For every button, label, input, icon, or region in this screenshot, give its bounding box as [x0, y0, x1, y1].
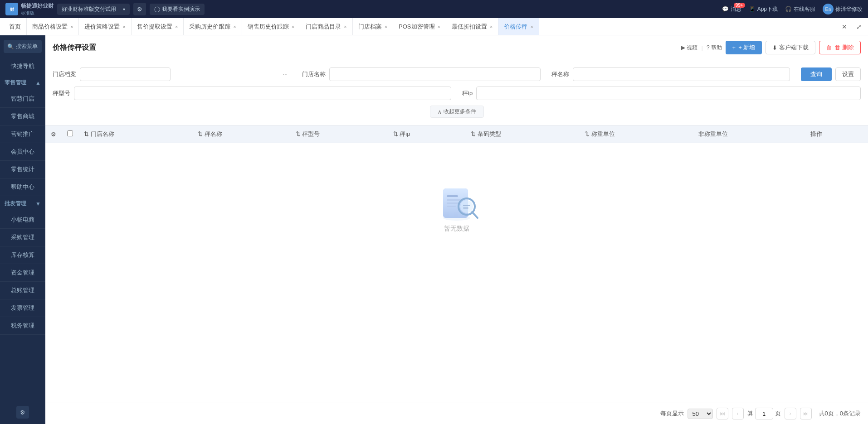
tab-sale-history[interactable]: 销售历史价跟踪 ×	[242, 18, 300, 35]
download-button[interactable]: ⬇ 客户端下载	[766, 41, 815, 54]
demo-label: 我要看实例演示	[162, 5, 200, 13]
demo-button[interactable]: ◯ 我要看实例演示	[150, 4, 205, 15]
close-icon[interactable]: ×	[344, 24, 346, 29]
online-service-button[interactable]: 🎧 在线客服	[785, 5, 815, 13]
close-icon[interactable]: ×	[438, 24, 440, 29]
video-link[interactable]: ▶ 视频	[681, 44, 697, 52]
sidebar-item-tax[interactable]: 税务管理	[0, 317, 45, 335]
sidebar-item-label: 营销推广	[11, 130, 34, 138]
sidebar-item-label: 智慧门店	[11, 95, 34, 103]
search-menu-button[interactable]: 🔍 搜索菜单	[4, 40, 42, 53]
sidebar-item-member[interactable]: 会员中心	[0, 143, 45, 161]
message-button[interactable]: 💬 消息 99+	[722, 5, 741, 13]
tab-purchase-strategy-label: 进价策略设置	[84, 23, 120, 31]
first-page-button[interactable]: ⏮	[717, 408, 728, 419]
user-menu-button[interactable]: Ea 徐泽华修改	[823, 4, 863, 14]
table-area: ⚙ ⇅ 门店名称 ⇅ 秤名称 ⇅ 秤型号 ⇅ 秤ip ⇅ 条码类型 ⇅ 称重单位…	[45, 125, 868, 403]
th-barcode-type: ⇅ 条码类型	[465, 125, 579, 143]
sort-icon[interactable]: ⇅	[296, 130, 301, 137]
page-suffix: 页	[775, 410, 781, 418]
top-right-actions: 💬 消息 99+ 📱 App下载 🎧 在线客服 Ea 徐泽华修改	[722, 4, 863, 14]
store-profile-input[interactable]	[80, 67, 171, 81]
download-icon: ⬇	[772, 44, 777, 51]
sidebar-item-purchase-mgr[interactable]: 采购管理	[0, 229, 45, 246]
sidebar-item-label: 零售统计	[11, 165, 34, 173]
sort-icon[interactable]: ⇅	[585, 130, 590, 137]
tab-home[interactable]: 首页	[4, 18, 27, 35]
prev-page-button[interactable]: ‹	[732, 408, 744, 419]
tab-purchase-history-label: 采购历史价跟踪	[189, 23, 230, 31]
sort-icon[interactable]: ⇅	[84, 130, 89, 137]
scale-ip-input[interactable]	[476, 87, 861, 100]
tab-store-profile[interactable]: 门店档案 ×	[353, 18, 393, 35]
tab-purchase-strategy[interactable]: 进价策略设置 ×	[79, 18, 131, 35]
sidebar-item-general-ledger[interactable]: 总账管理	[0, 282, 45, 299]
add-button[interactable]: + + 新增	[726, 41, 762, 54]
tab-store-catalog[interactable]: 门店商品目录 ×	[300, 18, 352, 35]
store-name-input[interactable]	[329, 67, 541, 81]
tab-pos-manage[interactable]: POS加密管理 ×	[393, 18, 446, 35]
maximize-button[interactable]: ⤢	[853, 21, 864, 32]
close-icon[interactable]: ×	[233, 24, 236, 29]
close-icon[interactable]: ×	[385, 24, 387, 29]
sidebar-section-wholesale: 批发管理 ▼	[0, 196, 45, 211]
sort-icon[interactable]: ⇅	[393, 130, 398, 137]
tab-pos-manage-label: POS加密管理	[399, 23, 434, 31]
close-all-tabs-button[interactable]: ✕	[839, 21, 850, 32]
set-button[interactable]: 设置	[835, 67, 861, 81]
sidebar-item-quick-nav[interactable]: 快捷导航	[0, 58, 45, 75]
close-icon[interactable]: ×	[490, 24, 493, 29]
content-area: 价格传秤设置 ▶ 视频 | ? 帮助 + + 新增 ⬇ 客户端下载	[45, 35, 868, 424]
play-icon: ▶	[681, 44, 685, 51]
delete-button[interactable]: 🗑 🗑 删除	[819, 41, 861, 54]
scale-model-input[interactable]	[74, 87, 451, 100]
last-page-button[interactable]: ⏭	[800, 408, 812, 419]
close-icon[interactable]: ×	[292, 24, 294, 29]
sidebar-item-invoice[interactable]: 发票管理	[0, 299, 45, 317]
next-page-button[interactable]: ›	[785, 408, 796, 419]
close-icon[interactable]: ×	[530, 24, 533, 29]
sidebar-item-label: 帮助中心	[11, 183, 34, 191]
per-page-select[interactable]: 10 20 50 100	[688, 409, 713, 419]
download-icon: 📱	[749, 6, 756, 12]
tab-purchase-history[interactable]: 采购历史价跟踪 ×	[184, 18, 242, 35]
close-icon[interactable]: ×	[70, 24, 73, 29]
close-icon[interactable]: ×	[122, 24, 125, 29]
sidebar-item-inventory[interactable]: 库存核算	[0, 246, 45, 264]
sort-icon[interactable]: ⇅	[471, 130, 476, 137]
tab-sale-price[interactable]: 售价提取设置 ×	[132, 18, 184, 35]
select-all-checkbox[interactable]	[67, 130, 73, 136]
tab-price-scale[interactable]: 价格传秤 ×	[498, 18, 539, 35]
pagination: 每页显示 10 20 50 100 ⏮ ‹ 算 页 › ⏭ 共0页，0条记录	[45, 403, 868, 424]
empty-state: 暂无数据	[45, 143, 868, 269]
sidebar-item-smart-store[interactable]: 智慧门店	[0, 90, 45, 108]
settings-button[interactable]: ⚙	[133, 3, 146, 15]
version-select[interactable]: 好业财标准版交付试用 ▾	[57, 4, 130, 15]
collapse-button[interactable]: ∧ 收起更多条件	[430, 106, 484, 118]
page-number-input[interactable]	[755, 408, 773, 419]
filter-store-name: 门店名称	[302, 67, 541, 81]
sidebar-item-retail-stats[interactable]: 零售统计	[0, 161, 45, 178]
th-settings[interactable]: ⚙	[45, 125, 62, 143]
sidebar-item-xiaochange[interactable]: 小畅电商	[0, 211, 45, 229]
sidebar-settings-button[interactable]: ⚙	[16, 406, 29, 419]
tab-price-setting[interactable]: 商品价格设置 ×	[27, 18, 79, 35]
tab-bar-end: ✕ ⤢	[839, 21, 864, 32]
close-icon[interactable]: ×	[175, 24, 178, 29]
app-download-button[interactable]: 📱 App下载	[749, 5, 778, 13]
sidebar-item-retail-mall[interactable]: 零售商城	[0, 108, 45, 125]
sidebar-item-help-center[interactable]: 帮助中心	[0, 178, 45, 196]
sidebar-item-label: 总账管理	[11, 286, 34, 294]
query-button[interactable]: 查询	[801, 67, 832, 81]
sidebar-item-marketing[interactable]: 营销推广	[0, 125, 45, 143]
empty-text: 暂无数据	[444, 225, 469, 233]
search-menu-label: 搜索菜单	[16, 43, 38, 50]
help-link[interactable]: ? 帮助	[707, 44, 722, 52]
filter-scale-model: 秤型号	[53, 87, 451, 100]
sidebar-wholesale-label: 批发管理	[5, 200, 26, 207]
top-bar: 财 畅捷通好业财 标准版 好业财标准版交付试用 ▾ ⚙ ◯ 我要看实例演示 💬 …	[0, 0, 868, 18]
scale-name-input[interactable]	[573, 67, 790, 81]
sort-icon[interactable]: ⇅	[198, 130, 203, 137]
tab-min-discount[interactable]: 最低折扣设置 ×	[446, 18, 498, 35]
sidebar-item-finance[interactable]: 资金管理	[0, 264, 45, 282]
